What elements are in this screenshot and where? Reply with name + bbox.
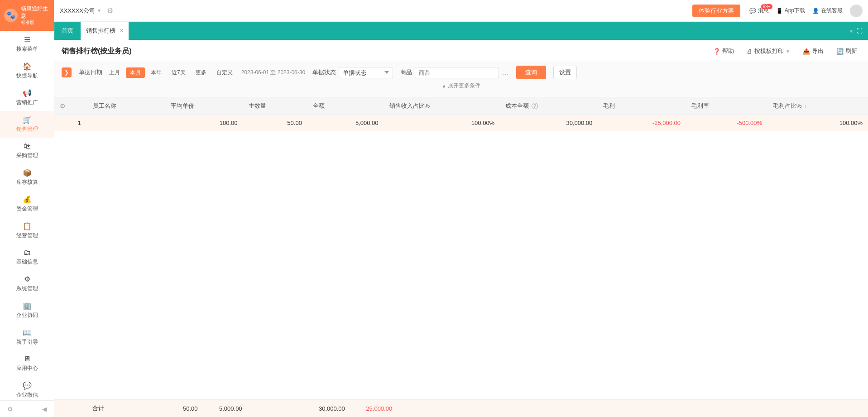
sidebar-item-guide[interactable]: 📖 新手引导: [0, 324, 54, 350]
online-service-btn[interactable]: 👤 在线客服: [812, 7, 843, 14]
th-avg-price: 平均单价: [165, 97, 243, 115]
service-icon: 👤: [812, 8, 819, 14]
sidebar-icon-basic: 🗂: [24, 249, 31, 257]
date-year-btn[interactable]: 本年: [147, 67, 166, 78]
sidebar-label-inventory: 库存核算: [16, 178, 38, 186]
sidebar-icon-operation: 📋: [23, 222, 32, 230]
avatar[interactable]: [850, 5, 863, 17]
sidebar-icon-finance: 💰: [23, 195, 32, 204]
service-label: 在线客服: [821, 7, 843, 14]
sidebar-item-enterprise[interactable]: 🏢 企业协同: [0, 297, 54, 324]
table-header-row: ⚙ 员工名称 平均单价 主数量 全额 销售收入占比% 成本全额 ? 毛利: [54, 97, 868, 115]
table-row: 1 100.00 50.00 5,000.00 100.00% 30,000.0…: [54, 115, 868, 131]
window-expand-icon[interactable]: ⛶: [857, 28, 863, 34]
tab-close-icon[interactable]: ×: [120, 28, 123, 34]
date-7days-btn[interactable]: 近7天: [168, 67, 190, 78]
td-gross-rate: -500.00%: [686, 115, 767, 131]
app-download-btn[interactable]: 📱 App下载: [776, 7, 805, 14]
sidebar-item-app-center[interactable]: 🖥 应用中心: [0, 350, 54, 377]
print-dropdown-icon: ▼: [786, 49, 790, 54]
sidebar-settings-icon[interactable]: ⚙: [7, 405, 13, 412]
logo-icon: 🐾: [4, 8, 18, 23]
footer-label: 合计: [92, 404, 147, 412]
message-badge: 99+: [761, 4, 772, 9]
filter-area: ❯ 单据日期 上月 本月 本年 近7天 更多 自定义 2023-06-01 至 …: [54, 61, 868, 97]
sidebar-icon-guide: 📖: [23, 328, 32, 337]
date-display: 2023-06-01 至 2023-06-30: [241, 69, 305, 77]
date-prev-btn[interactable]: 上月: [105, 67, 124, 78]
refresh-btn[interactable]: 🔄 刷新: [833, 45, 861, 57]
topbar-settings-icon[interactable]: ⚙: [107, 6, 113, 15]
th-gross-pct: 毛利占比% ↕: [767, 97, 868, 115]
sidebar-label-basic: 基础信息: [16, 258, 38, 266]
app-download-icon: 📱: [776, 8, 783, 14]
svg-text:🐾: 🐾: [6, 11, 15, 19]
td-settings: [54, 115, 71, 131]
sidebar-icon-app-center: 🖥: [24, 355, 31, 363]
sidebar-item-marketing[interactable]: 📢 营销推广: [0, 84, 54, 111]
sales-table: ⚙ 员工名称 平均单价 主数量 全额 销售收入占比% 成本全额 ? 毛利: [54, 97, 868, 131]
sidebar-item-purchase[interactable]: 🛍 采购管理: [0, 138, 54, 164]
th-settings: ⚙: [54, 97, 71, 115]
help-btn[interactable]: ❓ 帮助: [710, 45, 738, 57]
expand-icon: ∨: [442, 83, 446, 89]
sidebar-label-search: 搜索菜单: [16, 45, 38, 53]
footer-cost-total: 30,000.00: [319, 405, 364, 412]
date-custom-btn[interactable]: 自定义: [212, 67, 237, 78]
sidebar-icon-search: ☰: [24, 35, 30, 44]
expand-conditions-btn[interactable]: ∨ 展开更多条件: [62, 79, 861, 92]
sidebar-collapse-icon[interactable]: ◀: [42, 406, 47, 412]
industry-btn[interactable]: 体验行业方案: [692, 5, 740, 17]
tab-label: 销售排行榜: [86, 27, 115, 35]
company-selector[interactable]: XXXXXX公司 ▼: [60, 7, 101, 15]
sidebar-icon-purchase: 🛍: [24, 142, 31, 150]
message-btn[interactable]: 💬 消息 99+: [749, 7, 769, 14]
app-logo: 🐾 畅康通好生意 标准版: [0, 0, 54, 31]
sidebar-item-sales[interactable]: 🛒 销售管理: [0, 111, 54, 138]
sidebar-icon-system: ⚙: [24, 275, 30, 283]
goods-more-icon[interactable]: …: [502, 68, 509, 77]
tabbar-window-controls: × ⛶: [844, 28, 868, 34]
filter-collapse-btn[interactable]: ❯: [62, 67, 72, 77]
window-close-icon[interactable]: ×: [849, 28, 853, 34]
refresh-icon: 🔄: [836, 48, 844, 55]
export-btn[interactable]: 📤 导出: [799, 45, 827, 57]
gross-pct-sort-icon[interactable]: ↕: [804, 104, 806, 109]
table-body: 1 100.00 50.00 5,000.00 100.00% 30,000.0…: [54, 115, 868, 131]
date-filter-label: 单据日期: [79, 68, 102, 77]
main-area: XXXXXX公司 ▼ ⚙ 体验行业方案 💬 消息 99+ 📱 App下载 👤 在…: [54, 0, 868, 417]
cost-info-icon[interactable]: ?: [532, 103, 538, 109]
table-settings-icon[interactable]: ⚙: [60, 102, 66, 110]
query-btn[interactable]: 查询: [516, 66, 546, 79]
status-select[interactable]: 单据状态: [339, 67, 393, 78]
status-filter: 单据状态 单据状态: [312, 67, 393, 78]
print-btn[interactable]: 🖨 按模板打印 ▼: [743, 45, 794, 57]
sidebar-item-system[interactable]: ⚙ 系统管理: [0, 270, 54, 297]
sidebar-item-basic[interactable]: 🗂 基础信息: [0, 244, 54, 270]
sidebar-icon-quick-nav: 🏠: [23, 62, 32, 71]
date-this-btn[interactable]: 本月: [126, 67, 145, 78]
table-container: ⚙ 员工名称 平均单价 主数量 全额 销售收入占比% 成本全额 ? 毛利: [54, 97, 868, 399]
td-gross-pct: 100.00%: [767, 115, 868, 131]
date-more-btn[interactable]: 更多: [192, 67, 211, 78]
topbar: XXXXXX公司 ▼ ⚙ 体验行业方案 💬 消息 99+ 📱 App下载 👤 在…: [54, 0, 868, 22]
company-dropdown-icon: ▼: [97, 8, 101, 13]
sidebar-item-search[interactable]: ☰ 搜索菜单: [0, 31, 54, 58]
td-sales-pct: 100.00%: [384, 115, 500, 131]
sidebar-item-wechat[interactable]: 💬 企业微信: [0, 377, 54, 400]
sidebar-item-finance[interactable]: 💰 资金管理: [0, 191, 54, 217]
settings-btn[interactable]: 设置: [553, 66, 577, 79]
tab-sales-ranking[interactable]: 销售排行榜 ×: [81, 22, 129, 40]
goods-input[interactable]: [415, 67, 499, 78]
sidebar-label-sales: 销售管理: [16, 125, 38, 133]
sidebar-item-operation[interactable]: 📋 经营管理: [0, 217, 54, 244]
sidebar-label-quick-nav: 快捷导航: [16, 72, 38, 80]
tab-home[interactable]: 首页: [54, 22, 81, 40]
sidebar-item-inventory[interactable]: 📦 库存核算: [0, 164, 54, 191]
sidebar: 🐾 畅康通好生意 标准版 ☰ 搜索菜单 🏠 快捷导航 📢 营销推广 🛒 销售管理…: [0, 0, 54, 417]
sidebar-item-quick-nav[interactable]: 🏠 快捷导航: [0, 58, 54, 84]
th-total: 全额: [307, 97, 384, 115]
td-rank: 1: [71, 115, 87, 131]
footer-gross: -25,000.00: [364, 405, 409, 412]
td-total: 5,000.00: [307, 115, 384, 131]
